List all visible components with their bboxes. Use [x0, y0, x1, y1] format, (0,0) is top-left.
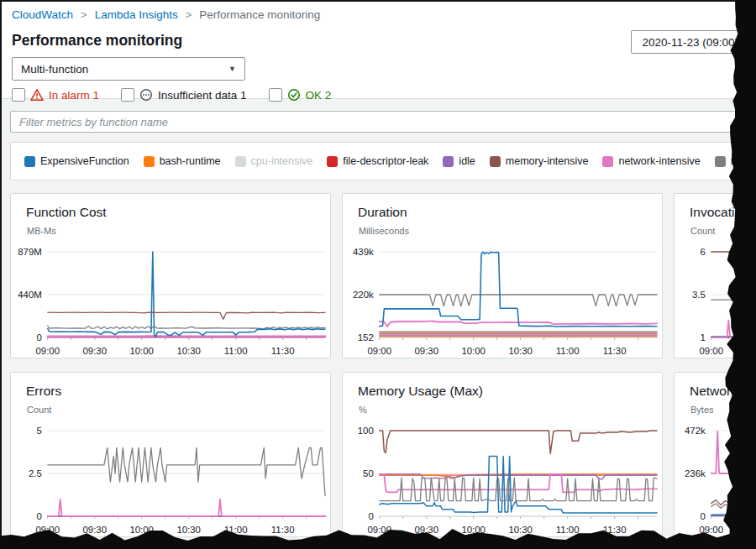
svg-text:10:00: 10:00 — [461, 525, 486, 535]
svg-text:09:00: 09:00 — [367, 346, 391, 356]
errors-panel: Errors Count 52.5009:0009:3010:0010:3011… — [10, 372, 331, 537]
charts-grid: Function Cost MB-Ms 879M440M009:0009:301… — [10, 193, 756, 537]
legend-swatch-icon — [602, 156, 613, 167]
filter-insufficient-data[interactable]: Insufficient data 1 — [121, 88, 247, 102]
chart-title: Memory Usage (Max) — [343, 373, 662, 399]
date-range-button[interactable]: 2020-11-23 (09:00) — [631, 30, 749, 54]
filter-ok[interactable]: OK 2 — [269, 88, 332, 102]
svg-text:09:30: 09:30 — [414, 525, 438, 535]
filter-in-alarm-label: In alarm 1 — [49, 89, 99, 102]
legend-swatch-icon — [490, 156, 501, 167]
svg-text:09:30: 09:30 — [746, 346, 756, 356]
legend-label: bash-runtime — [160, 155, 221, 167]
svg-text:09:00: 09:00 — [699, 525, 723, 535]
insufficient-data-checkbox[interactable] — [121, 88, 134, 102]
legend-label: network-intensive — [618, 155, 700, 167]
chart-title: Network Usage — [675, 373, 756, 399]
legend-label: idle — [459, 155, 475, 167]
svg-text:0: 0 — [700, 511, 705, 521]
main-content: ExpensiveFunctionbash-runtimecpu-intensi… — [0, 99, 756, 549]
svg-text:2.5: 2.5 — [29, 468, 42, 478]
chart-unit: Milliseconds — [359, 226, 662, 237]
svg-text:5: 5 — [36, 426, 41, 436]
ok-checkbox[interactable] — [269, 88, 282, 102]
chart-unit: MB-Ms — [27, 226, 330, 237]
filter-in-alarm[interactable]: In alarm 1 — [12, 88, 99, 102]
svg-text:10:30: 10:30 — [508, 525, 533, 535]
memory-usage-chart[interactable]: 10050009:0009:3010:0010:3011:0011:30 — [343, 422, 662, 536]
svg-text:472k: 472k — [685, 426, 706, 436]
function-cost-panel: Function Cost MB-Ms 879M440M009:0009:301… — [10, 193, 331, 358]
ok-check-icon — [287, 88, 301, 102]
svg-text:09:00: 09:00 — [699, 346, 723, 356]
duration-panel: Duration Milliseconds 439k220k15209:0009… — [342, 193, 663, 358]
memory-usage-panel: Memory Usage (Max) % 10050009:0009:3010:… — [342, 372, 663, 537]
legend-label: memory-intensive — [506, 155, 589, 167]
legend-item[interactable]: cpu-intensive — [235, 155, 313, 167]
svg-text:152: 152 — [358, 332, 374, 342]
network-usage-panel: Network Usage Bytes 472k236k009:0009:301… — [674, 372, 756, 537]
svg-text:10:30: 10:30 — [508, 346, 533, 356]
svg-text:09:30: 09:30 — [414, 346, 438, 356]
legend-card: ExpensiveFunctionbash-runtimecpu-intensi… — [10, 142, 756, 180]
metrics-filter-input[interactable] — [10, 111, 756, 133]
legend-label: file-descriptor-leak — [343, 155, 428, 167]
legend-item[interactable]: bash-runtime — [144, 155, 221, 167]
svg-text:11:00: 11:00 — [556, 525, 580, 535]
chart-unit: % — [359, 405, 662, 416]
legend-item[interactable]: network-intensive — [602, 155, 700, 167]
svg-text:0: 0 — [36, 332, 41, 342]
svg-text:09:00: 09:00 — [35, 346, 60, 356]
insufficient-data-icon — [139, 88, 153, 102]
alarm-status-filters: In alarm 1 Insufficient data 1 OK 2 — [12, 88, 744, 102]
svg-text:11:30: 11:30 — [603, 346, 627, 356]
svg-text:11:30: 11:30 — [603, 525, 627, 535]
svg-text:10:00: 10:00 — [129, 346, 154, 356]
svg-text:11:00: 11:00 — [224, 525, 248, 535]
svg-text:11:30: 11:30 — [271, 525, 295, 535]
function-cost-chart[interactable]: 879M440M009:0009:3010:0010:3011:0011:30 — [11, 243, 330, 358]
filter-ok-label: OK 2 — [306, 89, 332, 102]
legend-items: ExpensiveFunctionbash-runtimecpu-intensi… — [24, 155, 756, 167]
breadcrumb-cloudwatch[interactable]: CloudWatch — [12, 8, 73, 21]
invocations-panel: Invocations Count 63.5109:0009:3010:0010… — [674, 193, 756, 358]
breadcrumb-separator-icon: > — [81, 8, 87, 21]
svg-text:220k: 220k — [353, 290, 374, 300]
svg-text:0: 0 — [368, 511, 373, 521]
page-header: CloudWatch > Lambda Insights > Performan… — [0, 0, 756, 99]
legend-item[interactable]: idle — [443, 155, 475, 167]
svg-text:0: 0 — [36, 511, 41, 521]
duration-chart[interactable]: 439k220k15209:0009:3010:0010:3011:0011:3… — [343, 243, 662, 358]
invocations-chart[interactable]: 63.5109:0009:3010:0010:3011:0011:30 — [675, 243, 756, 358]
alarm-triangle-icon — [30, 88, 44, 102]
filter-insufficient-data-label: Insufficient data 1 — [158, 89, 247, 102]
function-mode-select[interactable]: Multi-function ▼ — [12, 57, 245, 81]
svg-text:09:00: 09:00 — [367, 525, 391, 535]
function-mode-select-value: Multi-function — [21, 63, 88, 76]
svg-text:236k: 236k — [685, 468, 706, 478]
in-alarm-checkbox[interactable] — [12, 88, 25, 102]
svg-text:439k: 439k — [353, 247, 374, 257]
svg-text:11:00: 11:00 — [556, 346, 580, 356]
network-usage-chart[interactable]: 472k236k009:0009:3010:0010:3011:0011:30 — [675, 422, 756, 536]
breadcrumb-lambda-insights[interactable]: Lambda Insights — [95, 8, 178, 21]
svg-text:10:30: 10:30 — [176, 525, 201, 535]
errors-chart[interactable]: 52.5009:0009:3010:0010:3011:0011:30 — [11, 422, 330, 536]
chevron-down-icon: ▼ — [228, 65, 236, 73]
svg-text:6: 6 — [700, 247, 705, 257]
svg-text:100: 100 — [358, 426, 374, 436]
svg-text:09:30: 09:30 — [82, 346, 107, 356]
legend-item[interactable]: file-descriptor-leak — [327, 155, 428, 167]
legend-label: network-intensive-vpc — [731, 155, 756, 167]
breadcrumb-current: Performance monitoring — [199, 8, 320, 21]
svg-text:11:00: 11:00 — [224, 346, 248, 356]
chart-title: Errors — [11, 373, 330, 399]
legend-item[interactable]: ExpensiveFunction — [24, 155, 129, 167]
chart-title: Function Cost — [11, 194, 330, 220]
svg-text:879M: 879M — [18, 247, 42, 257]
legend-item[interactable]: network-intensive-vpc — [715, 155, 756, 167]
chart-unit: Bytes — [690, 405, 756, 416]
legend-item[interactable]: memory-intensive — [490, 155, 589, 167]
legend-swatch-icon — [235, 156, 246, 167]
legend-swatch-icon — [24, 156, 35, 167]
